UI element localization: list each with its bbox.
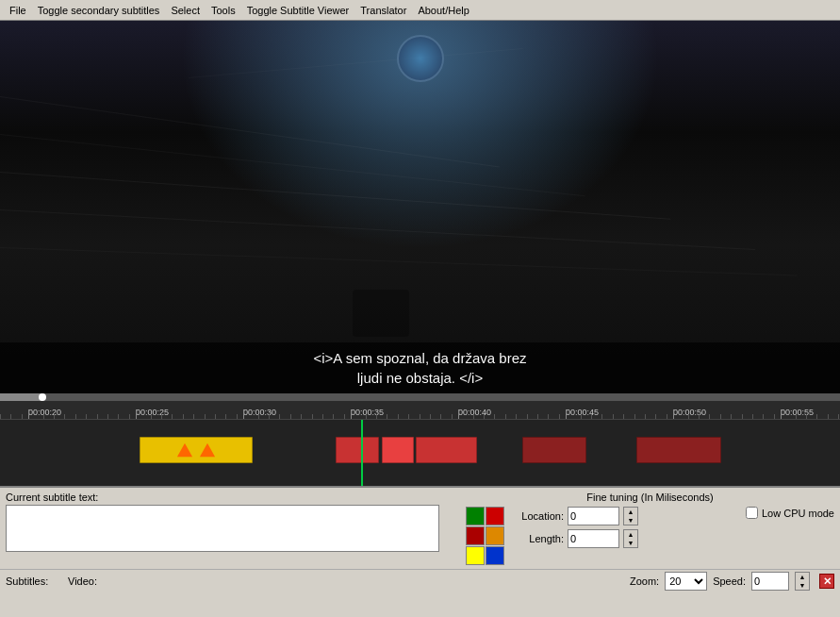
ruler-tick-minor	[118, 414, 119, 419]
color-yellow[interactable]	[466, 546, 485, 565]
bottom-top: Current subtitle text: Fine tuning (In M…	[0, 488, 840, 569]
close-button[interactable]: ✕	[819, 574, 834, 589]
ruler-tick-minor	[193, 414, 194, 419]
subtitle-block-1[interactable]	[336, 437, 379, 463]
ruler-tick-minor	[731, 414, 732, 419]
ruler-tick-minor	[225, 414, 226, 419]
bottom-statusbar: Subtitles: Video: Zoom: 20 10 30 50 Spee…	[0, 569, 840, 592]
length-input[interactable]	[568, 529, 619, 548]
ruler-tick-minor	[581, 414, 582, 419]
speed-spin-up[interactable]: ▲	[796, 573, 809, 581]
length-label: Length:	[512, 533, 564, 544]
ruler-tick-minor	[505, 414, 506, 419]
subtitle-block-4[interactable]	[522, 437, 586, 463]
location-input[interactable]	[568, 507, 619, 525]
ruler-tick-minor	[613, 414, 614, 419]
progress-thumb[interactable]	[39, 393, 46, 401]
ruler-tick-major	[28, 409, 29, 419]
bottom-panel: Current subtitle text: Fine tuning (In M…	[0, 486, 840, 589]
subtitle-block-3[interactable]	[416, 437, 477, 463]
menu-tools[interactable]: Tools	[206, 3, 241, 18]
ruler-tick-minor	[322, 414, 323, 419]
color-blue[interactable]	[486, 546, 504, 565]
ruler-tick-minor	[623, 414, 624, 419]
ruler-tick-minor	[376, 414, 377, 419]
progress-bar[interactable]	[0, 393, 840, 401]
low-cpu-section: Low CPU mode	[746, 507, 834, 519]
ruler-tick-minor	[10, 414, 11, 419]
speed-spinner[interactable]: ▲ ▼	[795, 572, 810, 591]
length-spin-down[interactable]: ▼	[624, 539, 637, 547]
color-dark-red[interactable]	[466, 526, 485, 545]
low-cpu-checkbox[interactable]	[746, 507, 758, 519]
timeline-tracks[interactable]	[0, 420, 840, 486]
ruler-tick-minor	[408, 414, 409, 419]
color-orange[interactable]	[486, 526, 504, 545]
ruler-tick-minor	[742, 414, 743, 419]
fine-tuning-section: Fine tuning (In Miliseconds) Location:	[466, 492, 834, 565]
low-cpu-label: Low CPU mode	[762, 508, 834, 519]
ruler-tick-minor	[838, 414, 839, 419]
speed-input[interactable]	[751, 572, 789, 591]
ruler-tick-minor	[440, 414, 441, 419]
playhead[interactable]	[361, 420, 363, 486]
ruler-tick-minor	[97, 414, 98, 419]
subtitle-block-5[interactable]	[636, 437, 721, 463]
subtitle-block-2[interactable]	[382, 437, 414, 463]
ruler-tick-minor	[0, 414, 1, 419]
ruler-tick-minor	[344, 414, 345, 419]
ruler-tick-major	[351, 409, 352, 419]
ruler-tick-minor	[720, 414, 721, 419]
color-green[interactable]	[466, 507, 485, 525]
subtitle-textarea[interactable]	[6, 505, 439, 552]
video-area: <i>A sem spoznal, da država brez ljudi n…	[0, 21, 840, 393]
ruler-tick-major	[458, 409, 459, 419]
ruler-tick-minor	[559, 414, 560, 419]
timeline-ruler: 00:00:2000:00:2500:00:3000:00:3500:00:40…	[0, 401, 840, 420]
ruler-tick-minor	[258, 414, 259, 419]
ruler-tick-minor	[420, 414, 420, 419]
ruler-tick-minor	[279, 414, 280, 419]
ruler-label: 00:00:40	[458, 408, 491, 417]
ruler-tick-minor	[54, 414, 55, 419]
menu-toggle-viewer[interactable]: Toggle Subtitle Viewer	[241, 3, 355, 18]
fine-tuning-label: Fine tuning (In Miliseconds)	[466, 492, 834, 503]
zoom-label: Zoom:	[630, 575, 659, 587]
ruler-tick-minor	[806, 414, 807, 419]
ruler-tick-minor	[183, 414, 184, 419]
color-red[interactable]	[486, 507, 504, 525]
menu-file[interactable]: File	[4, 3, 32, 18]
ruler-tick-minor	[828, 414, 829, 419]
subtitle-text-section: Current subtitle text:	[6, 492, 458, 552]
subtitle-block-0[interactable]	[140, 437, 253, 463]
ruler-tick-minor	[269, 414, 270, 419]
subtitle-text-label: Current subtitle text:	[6, 492, 458, 503]
menu-about[interactable]: About/Help	[412, 3, 474, 18]
ruler-tick-minor	[634, 414, 635, 419]
ruler-tick-minor	[452, 414, 453, 419]
ruler-tick-major	[566, 409, 567, 419]
location-spin-up[interactable]: ▲	[624, 508, 637, 516]
menu-toggle-secondary[interactable]: Toggle secondary subtitles	[32, 3, 166, 18]
menu-translator[interactable]: Translator	[354, 3, 412, 18]
menubar: File Toggle secondary subtitles Select T…	[0, 0, 840, 21]
length-row: Length: ▲ ▼	[512, 529, 638, 548]
length-spin-up[interactable]: ▲	[624, 530, 637, 539]
ruler-tick-major	[673, 409, 674, 419]
ruler-tick-minor	[22, 414, 23, 419]
timeline-area[interactable]: 00:00:2000:00:2500:00:3000:00:3500:00:40…	[0, 401, 840, 486]
ruler-label: 00:00:45	[566, 408, 599, 417]
subtitle-display: <i>A sem spoznal, da država brez ljudi n…	[0, 342, 840, 393]
ruler-label: 00:00:50	[673, 408, 706, 417]
location-spinner[interactable]: ▲ ▼	[623, 507, 638, 525]
ruler-tick-minor	[333, 414, 334, 419]
ruler-tick-minor	[548, 414, 549, 419]
location-spin-down[interactable]: ▼	[624, 516, 637, 525]
speed-spin-down[interactable]: ▼	[796, 581, 809, 590]
ruler-tick-minor	[796, 414, 797, 419]
menu-select[interactable]: Select	[165, 3, 206, 18]
ruler-tick-minor	[494, 414, 495, 419]
ruler-tick-minor	[473, 414, 474, 419]
zoom-select[interactable]: 20 10 30 50	[665, 572, 707, 591]
length-spinner[interactable]: ▲ ▼	[623, 529, 638, 548]
